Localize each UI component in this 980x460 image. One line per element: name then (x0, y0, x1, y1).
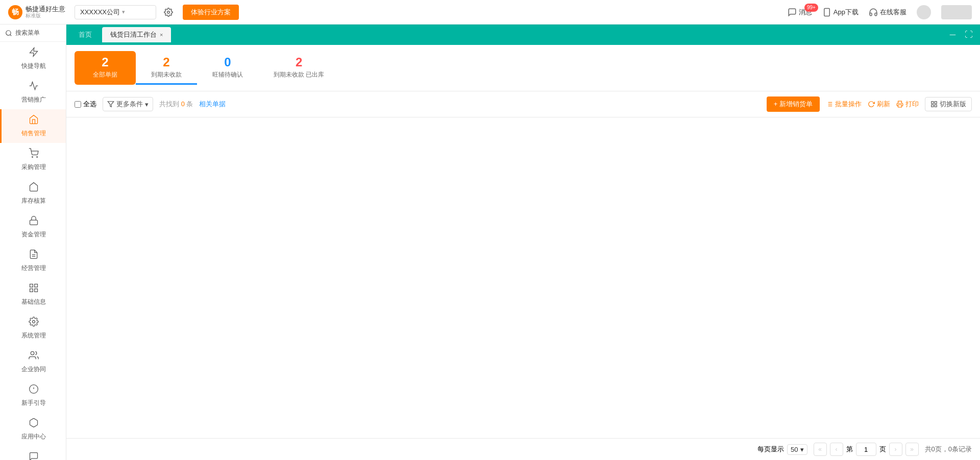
page-size-selector: 每页显示 50 ▾ (757, 444, 807, 455)
switch-version-button[interactable]: 切换新版 (925, 97, 972, 111)
sidebar-item-sales-label: 销售管理 (21, 129, 46, 138)
header-right: 消息 99 App下载 在线客服 (788, 5, 972, 19)
avatar[interactable] (917, 5, 931, 19)
tab-minimize-button[interactable]: ─ (947, 29, 959, 40)
tab-home-label: 首页 (79, 30, 92, 39)
logo-area: 畅 畅捷通好生意 标准版 (8, 5, 75, 19)
total-info: 共0页，0条记录 (925, 445, 972, 454)
result-text: 共找到 0 条 (159, 100, 193, 109)
prev-page-button[interactable]: ‹ (830, 443, 843, 456)
card-num-pending: 0 (224, 55, 231, 69)
settings-button[interactable] (160, 4, 177, 20)
print-button[interactable]: 打印 (896, 100, 919, 109)
app-download-label: App下载 (834, 8, 859, 17)
svg-rect-12 (35, 284, 38, 287)
refresh-button[interactable]: 刷新 (868, 100, 890, 109)
svg-rect-1 (824, 8, 830, 16)
svg-line-4 (10, 34, 12, 36)
switch-version-label: 切换新版 (940, 100, 966, 109)
first-page-button[interactable]: « (814, 443, 827, 456)
summary-cards: 2 全部单据 2 到期未收款 0 旺辅待确认 2 到期未收款 已出库 (66, 45, 980, 91)
svg-rect-11 (30, 284, 33, 287)
summary-card-pending[interactable]: 0 旺辅待确认 (197, 51, 258, 85)
sidebar: 搜索菜单 快捷导航 营销推广 销售管理 (0, 25, 66, 460)
next-page-button[interactable]: › (889, 443, 902, 456)
filter-chevron-icon: ▾ (145, 101, 149, 108)
logo-sub-text: 标准版 (26, 13, 65, 19)
add-order-button[interactable]: + 新增销货单 (767, 96, 820, 112)
select-all-checkbox[interactable]: 全选 (75, 100, 96, 109)
svg-rect-27 (898, 105, 902, 107)
svg-rect-29 (935, 102, 937, 104)
sidebar-item-quick-nav-label: 快捷导航 (21, 62, 46, 70)
purchase-icon (29, 148, 39, 161)
sidebar-item-system[interactable]: 系统管理 (0, 311, 66, 345)
sidebar-item-purchase[interactable]: 采购管理 (0, 143, 66, 177)
page-number-input[interactable] (856, 443, 876, 456)
select-all-label: 全选 (83, 100, 96, 109)
toolbar-right: + 新增销货单 批量操作 刷新 (767, 96, 972, 112)
top-header: 畅 畅捷通好生意 标准版 XXXXXX公司 ▾ 体验行业方案 消息 99 App… (0, 0, 980, 25)
online-service-button[interactable]: 在线客服 (869, 8, 906, 17)
sidebar-item-operation[interactable]: 经营管理 (0, 244, 66, 278)
svg-marker-20 (108, 102, 114, 107)
search-menu-label: 搜索菜单 (15, 29, 40, 37)
summary-card-shipped[interactable]: 2 到期未收款 已出库 (258, 51, 339, 85)
per-page-select[interactable]: 50 ▾ (787, 444, 807, 455)
svg-point-15 (33, 321, 35, 323)
svg-rect-8 (30, 220, 38, 225)
guide-icon (29, 384, 39, 397)
message-badge: 99 (804, 4, 818, 12)
user-name-area[interactable] (941, 5, 972, 19)
print-label: 打印 (905, 100, 919, 109)
refresh-label: 刷新 (877, 100, 890, 109)
filter-label: 更多条件 (116, 100, 143, 109)
sidebar-item-sales[interactable]: 销售管理 (0, 109, 66, 143)
app-download-button[interactable]: App下载 (822, 8, 859, 17)
company-name: XXXXXX公司 (80, 8, 120, 17)
sidebar-item-marketing[interactable]: 营销推广 (0, 76, 66, 109)
svg-rect-14 (30, 289, 33, 292)
tab-active[interactable]: 钱货日清工作台 × (102, 27, 171, 42)
summary-card-overdue[interactable]: 2 到期未收款 (136, 51, 197, 85)
enterprise-icon (29, 350, 39, 363)
sidebar-item-appstore[interactable]: 应用中心 (0, 413, 66, 446)
select-all-input[interactable] (75, 101, 81, 108)
card-label-overdue: 到期未收款 (151, 70, 182, 79)
message-button[interactable]: 消息 99 (788, 8, 812, 17)
tab-expand-button[interactable]: ⛶ (962, 29, 976, 40)
per-page-chevron-icon: ▾ (800, 446, 804, 453)
sidebar-item-inventory-label: 库存核算 (21, 197, 46, 205)
sidebar-search[interactable]: 搜索菜单 (0, 25, 66, 42)
card-label-all: 全部单据 (93, 70, 117, 79)
operation-icon (29, 249, 39, 262)
result-link[interactable]: 相关单据 (199, 100, 226, 109)
company-selector[interactable]: XXXXXX公司 ▾ (75, 5, 156, 19)
trial-button[interactable]: 体验行业方案 (183, 5, 239, 20)
online-service-label: 在线客服 (880, 8, 906, 17)
sidebar-item-operation-label: 经营管理 (21, 264, 46, 273)
batch-operations-button[interactable]: 批量操作 (826, 100, 862, 109)
sidebar-item-inventory[interactable]: 库存核算 (0, 177, 66, 210)
sidebar-item-capital[interactable]: 资金管理 (0, 210, 66, 244)
last-page-button[interactable]: » (905, 443, 919, 456)
sidebar-item-guide[interactable]: 新手引导 (0, 379, 66, 413)
tab-active-label: 钱货日清工作台 (110, 30, 157, 39)
inventory-icon (29, 182, 39, 195)
filter-button[interactable]: 更多条件 ▾ (103, 97, 153, 111)
tab-home[interactable]: 首页 (70, 27, 100, 42)
sidebar-item-basic[interactable]: 基础信息 (0, 278, 66, 311)
per-page-label: 每页显示 (757, 445, 784, 454)
summary-card-all[interactable]: 2 全部单据 (75, 51, 136, 85)
sidebar-item-quick-nav[interactable]: 快捷导航 (0, 42, 66, 76)
sidebar-item-wechat[interactable]: 企业微信 (0, 446, 66, 460)
sales-icon (29, 114, 39, 127)
logo-main-text: 畅捷通好生意 (26, 5, 65, 13)
result-unit: 条 (186, 100, 193, 108)
main-layout: 搜索菜单 快捷导航 营销推广 销售管理 (0, 25, 980, 460)
per-page-value: 50 (791, 446, 798, 453)
result-count: 0 (181, 100, 185, 108)
tab-close-icon[interactable]: × (160, 32, 163, 38)
sidebar-item-enterprise[interactable]: 企业协同 (0, 345, 66, 379)
marketing-icon (29, 81, 39, 93)
